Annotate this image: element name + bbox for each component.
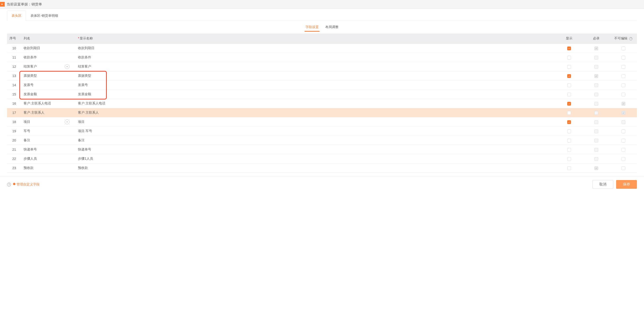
- cell-show: [556, 136, 582, 145]
- sub-tab-0[interactable]: 字段设置: [304, 25, 320, 32]
- checkbox-required: [594, 157, 598, 161]
- cell-required: [582, 90, 610, 99]
- cell-seq: 17: [7, 108, 21, 118]
- checkbox-show[interactable]: [567, 139, 571, 142]
- cell-required: [582, 44, 610, 53]
- checkbox-noedit[interactable]: [622, 148, 625, 152]
- cell-show: [556, 99, 582, 108]
- checkbox-required: [594, 92, 598, 96]
- checkbox-noedit[interactable]: [622, 92, 625, 96]
- cell-display-name[interactable]: 项目.车号: [76, 127, 556, 136]
- checkbox-noedit[interactable]: [622, 56, 625, 60]
- col-header-show: 显示: [556, 34, 582, 44]
- cell-seq: 10: [7, 44, 21, 53]
- checkbox-required: [594, 56, 598, 60]
- checkbox-noedit[interactable]: [622, 74, 625, 78]
- question-icon[interactable]: ?: [7, 183, 11, 186]
- main-tab-0[interactable]: 表头区: [7, 11, 26, 21]
- checkbox-show[interactable]: [567, 84, 571, 87]
- table-row: 11收款条件收款条件: [7, 53, 637, 62]
- checkbox-show[interactable]: [567, 46, 571, 50]
- checkbox-noedit[interactable]: [622, 166, 625, 170]
- cell-display-name[interactable]: 收款到期日: [76, 44, 556, 53]
- manage-custom-fields-link[interactable]: 管理自定义字段: [12, 182, 40, 187]
- sub-tabs: 字段设置布局调整: [7, 21, 637, 32]
- cell-noedit: [610, 154, 637, 164]
- cell-required: [582, 62, 610, 71]
- checkbox-required: [594, 166, 598, 170]
- cell-display-name[interactable]: 快递单号: [76, 145, 556, 154]
- cell-seq: 11: [7, 53, 21, 62]
- cell-noedit: [610, 80, 637, 90]
- cell-noedit: [610, 136, 637, 145]
- checkbox-show[interactable]: [567, 56, 571, 60]
- cell-required: [582, 108, 610, 118]
- cell-display-name[interactable]: 预收款: [76, 164, 556, 173]
- checkbox-noedit[interactable]: [622, 46, 625, 50]
- cell-display-name[interactable]: 票据类型: [76, 71, 556, 80]
- checkbox-show[interactable]: [567, 120, 571, 124]
- checkbox-noedit[interactable]: [622, 84, 625, 87]
- cell-required: [582, 99, 610, 108]
- cell-display-name[interactable]: 步骤1人员: [76, 154, 556, 164]
- cell-noedit: [610, 108, 637, 118]
- plus-icon[interactable]: [65, 64, 70, 69]
- cell-display-name[interactable]: 备注: [76, 136, 556, 145]
- table-row: 20备注备注: [7, 136, 637, 145]
- checkbox-show[interactable]: [567, 148, 571, 152]
- page-title: 当前设置单据：销货单: [6, 2, 42, 6]
- cell-name: 客户.主联系人电话: [21, 99, 76, 108]
- cell-display-name[interactable]: 结算客户: [76, 62, 556, 71]
- cell-name: 备注: [21, 136, 76, 145]
- cell-display-name[interactable]: 发票金额: [76, 90, 556, 99]
- checkbox-noedit[interactable]: [622, 65, 625, 69]
- help-icon[interactable]: ?: [629, 37, 632, 40]
- table-row: 23预收款预收款: [7, 164, 637, 173]
- save-button[interactable]: 保存: [616, 180, 637, 189]
- checkbox-show[interactable]: [567, 157, 571, 161]
- checkbox-noedit[interactable]: [622, 139, 625, 142]
- cell-name: 结算客户: [21, 62, 76, 71]
- checkbox-noedit: [622, 120, 625, 124]
- cell-show: [556, 118, 582, 127]
- cancel-button[interactable]: 取消: [592, 180, 613, 189]
- cell-display-name[interactable]: 项目: [76, 118, 556, 127]
- cell-display-name[interactable]: 收款条件: [76, 53, 556, 62]
- cell-show: [556, 62, 582, 71]
- table-row: 18项目项目: [7, 118, 637, 127]
- checkbox-show[interactable]: [567, 111, 571, 115]
- cell-seq: 12: [7, 62, 21, 71]
- expand-icon[interactable]: [0, 2, 5, 6]
- cell-noedit: [610, 53, 637, 62]
- checkbox-show[interactable]: [567, 102, 571, 106]
- checkbox-show[interactable]: [567, 92, 571, 96]
- checkbox-noedit[interactable]: [622, 157, 625, 161]
- cell-noedit: [610, 127, 637, 136]
- cell-display-name[interactable]: 发票号: [76, 80, 556, 90]
- table-row: 10收款到期日收款到期日: [7, 44, 637, 53]
- cell-display-name[interactable]: 客户.主联系人电话: [76, 99, 556, 108]
- table-row: 14发票号发票号: [7, 80, 637, 90]
- cell-required: [582, 154, 610, 164]
- sub-tab-1[interactable]: 布局调整: [324, 25, 340, 32]
- cell-required: [582, 71, 610, 80]
- plus-icon[interactable]: [65, 120, 70, 124]
- checkbox-required: [594, 130, 598, 133]
- cell-required: [582, 53, 610, 62]
- cell-show: [556, 164, 582, 173]
- checkbox-show[interactable]: [567, 166, 571, 170]
- checkbox-noedit[interactable]: [622, 130, 625, 133]
- checkbox-show[interactable]: [567, 130, 571, 133]
- top-bar: 当前设置单据：销货单: [0, 0, 644, 9]
- checkbox-required: [594, 148, 598, 152]
- cell-display-name[interactable]: 客户.主联系人: [76, 108, 556, 118]
- col-header-display-name: *显示名称: [76, 34, 556, 44]
- cell-seq: 21: [7, 145, 21, 154]
- checkbox-show[interactable]: [567, 74, 571, 78]
- main-tab-1[interactable]: 表体区-销货单明细: [26, 11, 62, 21]
- checkbox-required: [594, 74, 598, 78]
- cell-required: [582, 127, 610, 136]
- checkbox-show[interactable]: [567, 65, 571, 69]
- table-row: 13票据类型票据类型: [7, 71, 637, 80]
- cell-name: 车号: [21, 127, 76, 136]
